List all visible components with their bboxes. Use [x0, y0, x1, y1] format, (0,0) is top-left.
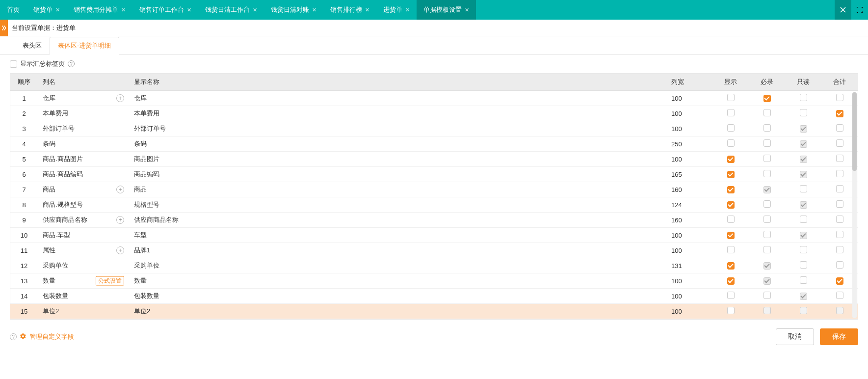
- cell-width[interactable]: 100: [666, 106, 712, 121]
- checkbox-required[interactable]: [763, 170, 771, 177]
- checkbox-show[interactable]: [727, 201, 735, 209]
- cell-width[interactable]: 100: [666, 243, 712, 258]
- checkbox-show[interactable]: [727, 262, 735, 270]
- checkbox-show[interactable]: [727, 171, 735, 178]
- table-row[interactable]: 14包装数量包装数量100: [10, 289, 858, 304]
- checkbox-required[interactable]: [763, 155, 771, 162]
- cell-width[interactable]: 160: [666, 182, 712, 197]
- top-tab[interactable]: 单据模板设置✕: [417, 0, 476, 20]
- checkbox-readonly[interactable]: [800, 125, 807, 133]
- close-icon[interactable]: ✕: [121, 7, 126, 13]
- table-row[interactable]: 2本单费用本单费用100: [10, 106, 858, 121]
- table-row[interactable]: 9供应商商品名称+供应商商品名称160: [10, 213, 858, 228]
- cell-display-name[interactable]: 品牌1: [129, 243, 666, 258]
- checkbox-required[interactable]: [763, 246, 771, 253]
- cell-display-name[interactable]: 包装数量: [129, 289, 666, 304]
- checkbox-required[interactable]: [763, 95, 771, 102]
- manage-custom-fields-link[interactable]: 管理自定义字段: [29, 332, 74, 341]
- close-icon[interactable]: ✕: [312, 7, 316, 13]
- cell-display-name[interactable]: 商品编码: [129, 167, 666, 182]
- checkbox-total[interactable]: [836, 170, 843, 177]
- top-tab[interactable]: 首页: [0, 0, 26, 20]
- close-icon[interactable]: ✕: [55, 7, 60, 13]
- checkbox-total[interactable]: [836, 231, 843, 238]
- table-row[interactable]: 11属性+品牌1100: [10, 243, 858, 258]
- cell-width[interactable]: 100: [666, 304, 712, 319]
- checkbox-total[interactable]: [836, 110, 843, 117]
- cell-display-name[interactable]: 规格型号: [129, 197, 666, 213]
- checkbox-total[interactable]: [836, 292, 843, 299]
- add-sub-column-button[interactable]: +: [116, 186, 124, 193]
- top-tab[interactable]: 销售费用分摊单✕: [67, 0, 132, 20]
- table-row[interactable]: 3外部订单号外部订单号100: [10, 121, 858, 136]
- table-row[interactable]: 10商品.车型车型100: [10, 228, 858, 243]
- cell-width[interactable]: 100: [666, 289, 712, 304]
- checkbox-total[interactable]: [836, 261, 843, 269]
- cell-display-name[interactable]: 采购单位: [129, 258, 666, 273]
- sub-tab[interactable]: 表体区-进货单明细: [50, 37, 119, 54]
- checkbox-show[interactable]: [727, 277, 735, 285]
- checkbox-required[interactable]: [763, 124, 771, 132]
- checkbox-show[interactable]: [727, 94, 735, 101]
- save-button[interactable]: 保存: [820, 328, 858, 345]
- table-row[interactable]: 4条码条码250: [10, 136, 858, 152]
- table-row[interactable]: 1仓库+仓库100: [10, 91, 858, 106]
- add-sub-column-button[interactable]: +: [116, 246, 124, 254]
- table-row[interactable]: 7商品+商品160: [10, 182, 858, 197]
- checkbox-readonly[interactable]: [800, 246, 807, 253]
- checkbox-show[interactable]: [727, 156, 735, 163]
- checkbox-readonly[interactable]: [800, 156, 807, 163]
- checkbox-required[interactable]: [763, 186, 771, 193]
- checkbox-show[interactable]: [727, 292, 735, 299]
- cell-display-name[interactable]: 商品图片: [129, 152, 666, 167]
- checkbox-total[interactable]: [836, 94, 843, 101]
- checkbox-required[interactable]: [763, 200, 771, 208]
- cell-width[interactable]: 100: [666, 273, 712, 289]
- checkbox-total[interactable]: [836, 139, 843, 147]
- checkbox-show[interactable]: [727, 124, 735, 132]
- checkbox-readonly[interactable]: [800, 276, 807, 284]
- close-icon[interactable]: ✕: [187, 7, 191, 13]
- cell-width[interactable]: 100: [666, 228, 712, 243]
- table-scrollbar-thumb[interactable]: [852, 92, 857, 171]
- checkbox-total[interactable]: [836, 155, 843, 162]
- cell-display-name[interactable]: 本单费用: [129, 106, 666, 121]
- cell-display-name[interactable]: 数量: [129, 273, 666, 289]
- checkbox-readonly[interactable]: [800, 261, 807, 269]
- cell-width[interactable]: 131: [666, 258, 712, 273]
- checkbox-readonly[interactable]: [800, 171, 807, 178]
- add-sub-column-button[interactable]: +: [116, 216, 124, 224]
- cell-display-name[interactable]: 供应商商品名称: [129, 213, 666, 228]
- checkbox-required[interactable]: [763, 262, 771, 270]
- cell-display-name[interactable]: 外部订单号: [129, 121, 666, 136]
- checkbox-required[interactable]: [763, 292, 771, 299]
- table-row[interactable]: 13数量公式设置数量100: [10, 273, 858, 289]
- checkbox-readonly[interactable]: [800, 140, 807, 148]
- summary-tab-checkbox[interactable]: [10, 60, 17, 68]
- checkbox-show[interactable]: [727, 246, 735, 253]
- checkbox-show[interactable]: [727, 186, 735, 193]
- close-icon[interactable]: ✕: [405, 7, 410, 13]
- checkbox-readonly[interactable]: [800, 216, 807, 223]
- checkbox-readonly[interactable]: [800, 185, 807, 192]
- cell-width[interactable]: 100: [666, 152, 712, 167]
- cell-display-name[interactable]: 条码: [129, 136, 666, 152]
- top-tab[interactable]: 销售订单工作台✕: [132, 0, 198, 20]
- cell-width[interactable]: 165: [666, 167, 712, 182]
- close-all-tabs-button[interactable]: [835, 0, 851, 20]
- cell-width[interactable]: 250: [666, 136, 712, 152]
- checkbox-total[interactable]: [836, 185, 843, 192]
- checkbox-required[interactable]: [763, 277, 771, 285]
- checkbox-required[interactable]: [763, 109, 771, 116]
- checkbox-readonly[interactable]: [800, 293, 807, 300]
- checkbox-readonly[interactable]: [800, 232, 807, 239]
- cell-display-name[interactable]: 商品: [129, 182, 666, 197]
- table-row[interactable]: 15单位2单位2100: [10, 304, 858, 319]
- top-tab[interactable]: 销售排行榜✕: [323, 0, 376, 20]
- checkbox-show[interactable]: [727, 139, 735, 147]
- close-icon[interactable]: ✕: [253, 7, 257, 13]
- checkbox-total[interactable]: [836, 246, 843, 253]
- fullscreen-button[interactable]: [851, 0, 868, 20]
- close-icon[interactable]: ✕: [365, 7, 369, 13]
- formula-setting-button[interactable]: 公式设置: [96, 276, 124, 286]
